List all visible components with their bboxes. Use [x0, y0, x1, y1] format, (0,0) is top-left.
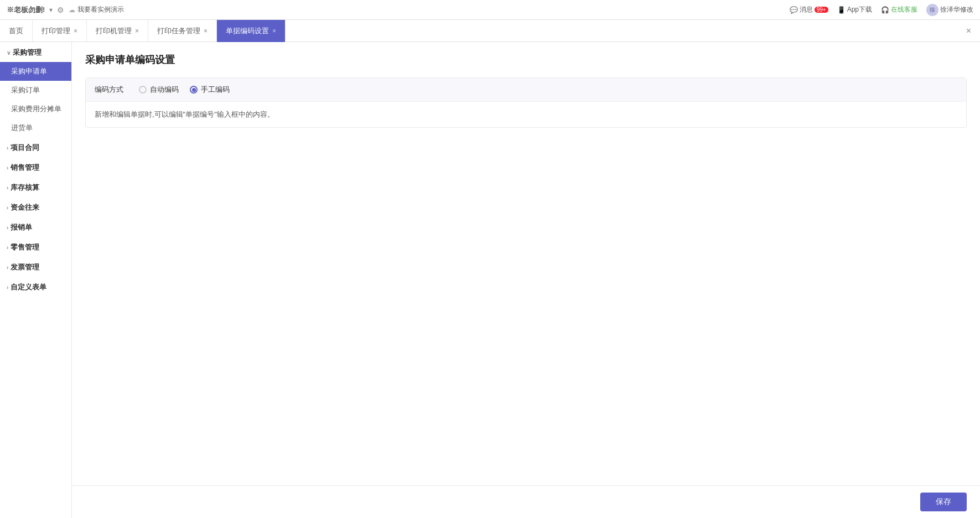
content-area: 采购申请单编码设置 编码方式 自动编码 手工编码 — [72, 42, 980, 518]
radio-auto-label: 自动编码 — [150, 85, 179, 95]
sidebar-group-project[interactable]: › 项目合同 — [0, 137, 71, 157]
tab-barcode-setting-close[interactable]: × — [272, 27, 276, 35]
encoding-row: 编码方式 自动编码 手工编码 — [86, 78, 966, 102]
radio-manual-circle — [190, 86, 198, 94]
sidebar-group-inventory[interactable]: › 库存核算 — [0, 177, 71, 197]
sidebar-item-purchase-receipt[interactable]: 进货单 — [0, 118, 71, 137]
demo-button[interactable]: ☁ 我要看实例演示 — [69, 5, 124, 14]
sidebar-item-purchase-receipt-label: 进货单 — [11, 123, 33, 132]
tab-printer-mgmt-close[interactable]: × — [135, 27, 139, 35]
sidebar-group-sales[interactable]: › 销售管理 — [0, 157, 71, 177]
gear-icon[interactable]: ⚙ — [57, 6, 64, 14]
tab-print-task-close[interactable]: × — [204, 27, 208, 35]
sidebar: ∨ 采购管理 采购申请单 采购订单 采购费用分摊单 进货单 › 项目合同 › 销… — [0, 42, 72, 518]
service-label: 在线客服 — [891, 5, 917, 14]
radio-auto-circle — [139, 86, 147, 94]
chevron-right-icon-custom: › — [7, 284, 8, 291]
top-bar-right: 💬 消息 99+ 📱 App下载 🎧 在线客服 徐 徐泽华修改 — [790, 4, 973, 16]
sidebar-group-custom-label: 自定义表单 — [11, 282, 46, 292]
sidebar-group-purchase-title[interactable]: ∨ 采购管理 — [0, 42, 71, 62]
sidebar-group-custom[interactable]: › 自定义表单 — [0, 277, 71, 297]
tab-bar: 首页 打印管理 × 打印机管理 × 打印任务管理 × 单据编码设置 × × — [0, 20, 980, 42]
tab-printer-mgmt-label: 打印机管理 — [96, 26, 132, 36]
avatar: 徐 — [926, 4, 938, 16]
sidebar-item-purchase-expense-label: 采购费用分摊单 — [11, 105, 61, 113]
tab-print-mgmt-label: 打印管理 — [42, 26, 70, 36]
sidebar-item-purchase-request[interactable]: 采购申请单 — [0, 62, 71, 81]
radio-manual-encoding[interactable]: 手工编码 — [190, 85, 230, 95]
sidebar-group-invoice-label: 发票管理 — [11, 262, 39, 272]
encoding-section: 编码方式 自动编码 手工编码 新增和编辑单据时,可以编辑"单据编号"输入框中的内 — [85, 77, 967, 128]
chevron-right-icon-inventory: › — [7, 185, 8, 191]
user-button[interactable]: 徐 徐泽华修改 — [926, 4, 973, 16]
app-download-button[interactable]: 📱 App下载 — [837, 5, 872, 14]
app-label: App下载 — [847, 5, 872, 14]
chevron-right-icon-invoice: › — [7, 265, 8, 271]
sidebar-group-retail[interactable]: › 零售管理 — [0, 237, 71, 257]
main-layout: ∨ 采购管理 采购申请单 采购订单 采购费用分摊单 进货单 › 项目合同 › 销… — [0, 42, 980, 518]
chevron-right-icon-retail: › — [7, 245, 8, 251]
brand-label: ※老板勿删! — [7, 5, 45, 15]
chevron-right-icon-returns: › — [7, 225, 8, 231]
tab-barcode-setting[interactable]: 单据编码设置 × — [217, 20, 286, 42]
online-service-button[interactable]: 🎧 在线客服 — [881, 5, 917, 14]
message-button[interactable]: 💬 消息 99+ — [790, 5, 828, 14]
encoding-hint: 新增和编辑单据时,可以编辑"单据编号"输入框中的内容。 — [86, 102, 966, 127]
tab-home[interactable]: 首页 — [0, 20, 33, 42]
tab-printer-mgmt[interactable]: 打印机管理 × — [87, 20, 148, 42]
chevron-right-icon-funds: › — [7, 205, 8, 211]
sidebar-group-returns[interactable]: › 报销单 — [0, 217, 71, 237]
encoding-radio-group: 自动编码 手工编码 — [139, 85, 230, 95]
hint-text-content: 新增和编辑单据时,可以编辑"单据编号"输入框中的内容。 — [95, 110, 274, 118]
sidebar-group-inventory-label: 库存核算 — [11, 183, 39, 193]
content-footer: 保存 — [72, 485, 980, 518]
tab-print-mgmt[interactable]: 打印管理 × — [33, 20, 87, 42]
sidebar-group-funds-label: 资金往来 — [11, 203, 39, 213]
sidebar-group-returns-label: 报销单 — [11, 222, 32, 232]
sidebar-item-purchase-request-label: 采购申请单 — [11, 67, 47, 75]
encoding-label: 编码方式 — [95, 85, 139, 95]
demo-label: 我要看实例演示 — [77, 5, 124, 14]
message-icon: 💬 — [790, 6, 798, 14]
headset-icon: 🎧 — [881, 6, 889, 14]
content-spacer — [72, 275, 980, 486]
radio-manual-label: 手工编码 — [201, 85, 230, 95]
page-title: 采购申请单编码设置 — [85, 53, 967, 66]
app-icon: 📱 — [837, 6, 846, 14]
sidebar-group-invoice[interactable]: › 发票管理 — [0, 257, 71, 277]
top-bar-left: ※老板勿删! ▾ ⚙ ☁ 我要看实例演示 — [7, 5, 124, 15]
tab-print-mgmt-close[interactable]: × — [74, 27, 77, 35]
cloud-icon: ☁ — [69, 6, 75, 14]
sidebar-group-retail-label: 零售管理 — [11, 242, 39, 252]
content-inner: 采购申请单编码设置 编码方式 自动编码 手工编码 — [72, 42, 980, 275]
tab-barcode-setting-label: 单据编码设置 — [226, 26, 269, 36]
sidebar-item-purchase-order-label: 采购订单 — [11, 86, 40, 94]
message-badge: 99+ — [815, 7, 828, 13]
dropdown-icon[interactable]: ▾ — [49, 6, 53, 14]
top-bar: ※老板勿删! ▾ ⚙ ☁ 我要看实例演示 💬 消息 99+ 📱 App下载 🎧 … — [0, 0, 980, 20]
tab-home-label: 首页 — [9, 26, 23, 36]
chevron-right-icon-project: › — [7, 145, 8, 151]
sidebar-item-purchase-expense[interactable]: 采购费用分摊单 — [0, 100, 71, 118]
tab-print-task[interactable]: 打印任务管理 × — [148, 20, 217, 42]
sidebar-group-purchase-label: 采购管理 — [13, 48, 42, 58]
sidebar-group-funds[interactable]: › 资金往来 — [0, 197, 71, 217]
message-label: 消息 — [800, 5, 813, 14]
sidebar-group-sales-label: 销售管理 — [11, 163, 39, 173]
save-button[interactable]: 保存 — [920, 493, 967, 511]
chevron-down-icon: ∨ — [7, 50, 11, 56]
chevron-right-icon-sales: › — [7, 165, 8, 171]
user-name: 徐泽华修改 — [940, 5, 973, 14]
sidebar-group-purchase: ∨ 采购管理 采购申请单 采购订单 采购费用分摊单 进货单 — [0, 42, 71, 137]
sidebar-group-project-label: 项目合同 — [11, 143, 39, 153]
tab-bar-close-button[interactable]: × — [957, 26, 980, 36]
sidebar-item-purchase-order[interactable]: 采购订单 — [0, 81, 71, 100]
radio-auto-encoding[interactable]: 自动编码 — [139, 85, 179, 95]
tab-print-task-label: 打印任务管理 — [157, 26, 200, 36]
